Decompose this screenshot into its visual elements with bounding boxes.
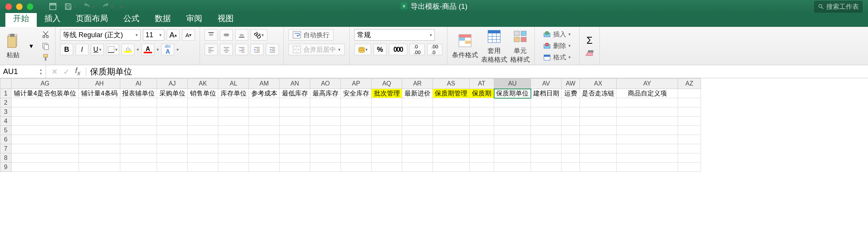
cut-icon[interactable] [41,30,51,39]
cell-AR9[interactable] [402,163,433,172]
cell-AM7[interactable] [249,144,280,153]
cell-AK3[interactable] [188,107,218,117]
cell-AU3[interactable] [494,107,531,117]
cell-styles-button[interactable]: 单元 格样式 [510,28,530,64]
cell-AX4[interactable] [580,117,617,126]
column-header-AN[interactable]: AN [280,78,310,89]
select-all-corner[interactable] [0,78,11,89]
cell-AV4[interactable] [531,117,562,126]
cell-AQ8[interactable] [372,153,402,163]
column-header-AP[interactable]: AP [341,78,372,89]
cell-AX1[interactable]: 是否走冻链 [580,89,617,98]
cell-AK7[interactable] [188,144,218,153]
cell-AY6[interactable] [617,135,678,144]
cell-AO7[interactable] [310,144,341,153]
font-name-select[interactable]: 等线 Regular (正文)▾ [60,29,141,41]
cell-AR8[interactable] [402,153,433,163]
row-header-4[interactable]: 4 [0,117,11,126]
cell-AT6[interactable] [470,135,494,144]
save-icon[interactable]: ▾ [64,2,76,11]
cell-AZ3[interactable] [678,107,701,117]
cell-AU6[interactable] [494,135,531,144]
cell-AV2[interactable] [531,98,562,107]
paste-button[interactable]: 粘贴 [5,32,21,59]
cell-AM6[interactable] [249,135,280,144]
cell-AG6[interactable] [11,135,79,144]
cell-AX7[interactable] [580,144,617,153]
cell-AY9[interactable] [617,163,678,172]
align-right-icon[interactable] [235,44,248,55]
conditional-format-button[interactable]: 条件格式 [452,32,478,59]
cell-AL2[interactable] [218,98,249,107]
cell-AN5[interactable] [280,126,310,135]
cell-AM3[interactable] [249,107,280,117]
cell-AL3[interactable] [218,107,249,117]
column-header-AL[interactable]: AL [218,78,249,89]
cell-AU5[interactable] [494,126,531,135]
cell-AG3[interactable] [11,107,79,117]
italic-button[interactable]: I [75,44,88,55]
formula-input[interactable]: 保质期单位 [86,66,868,77]
cell-AM8[interactable] [249,153,280,163]
clear-icon[interactable] [584,49,595,57]
cell-AN2[interactable] [280,98,310,107]
copy-icon[interactable] [41,42,51,50]
currency-icon[interactable]: ▾ [354,44,371,55]
phonetic-button[interactable]: abcA [161,44,174,55]
insert-cells-button[interactable]: 插入▾ [539,29,575,39]
format-painter-icon[interactable] [41,53,51,62]
cell-AO4[interactable] [310,117,341,126]
cell-AT7[interactable] [470,144,494,153]
cell-AO1[interactable]: 最高库存 [310,89,341,98]
cell-AM1[interactable]: 参考成本 [249,89,280,98]
confirm-formula-icon[interactable]: ✓ [63,67,70,76]
cell-AJ5[interactable] [157,126,188,135]
qat-customize-icon[interactable]: ▾ [120,3,123,10]
cell-AJ1[interactable]: 采购单位 [157,89,188,98]
cell-AH9[interactable] [79,163,120,172]
cell-AN6[interactable] [280,135,310,144]
cell-AR5[interactable] [402,126,433,135]
cell-AW3[interactable] [562,107,580,117]
phonetic-dropdown[interactable]: ▾ [177,47,179,52]
cell-AR3[interactable] [402,107,433,117]
comma-icon[interactable]: 000 [389,44,407,55]
cell-AY2[interactable] [617,98,678,107]
column-header-AY[interactable]: AY [617,78,678,89]
cell-AV7[interactable] [531,144,562,153]
undo-icon[interactable]: ▾ [83,2,95,11]
cell-AP7[interactable] [341,144,372,153]
cell-AM2[interactable] [249,98,280,107]
fx-icon[interactable]: fx [75,66,80,77]
cell-AQ2[interactable] [372,98,402,107]
cell-AQ7[interactable] [372,144,402,153]
cell-AY3[interactable] [617,107,678,117]
cell-AG2[interactable] [11,98,79,107]
cell-AU8[interactable] [494,153,531,163]
cell-AG9[interactable] [11,163,79,172]
cell-AK2[interactable] [188,98,218,107]
cell-AJ7[interactable] [157,144,188,153]
cell-AO8[interactable] [310,153,341,163]
align-bottom-icon[interactable] [235,29,248,41]
cell-AP8[interactable] [341,153,372,163]
cell-AZ9[interactable] [678,163,701,172]
cell-AI2[interactable] [120,98,157,107]
row-header-7[interactable]: 7 [0,144,11,153]
cell-AZ6[interactable] [678,135,701,144]
cell-AP1[interactable]: 安全库存 [341,89,372,98]
column-header-AJ[interactable]: AJ [157,78,188,89]
cell-AJ9[interactable] [157,163,188,172]
cell-AX3[interactable] [580,107,617,117]
cell-AK8[interactable] [188,153,218,163]
cell-AJ3[interactable] [157,107,188,117]
cell-AS7[interactable] [433,144,470,153]
bold-button[interactable]: B [60,44,73,55]
minimize-window-button[interactable] [16,3,23,10]
column-header-AI[interactable]: AI [120,78,157,89]
cell-AX2[interactable] [580,98,617,107]
cell-AH1[interactable]: 辅计量4条码 [79,89,120,98]
cell-AH4[interactable] [79,117,120,126]
cell-AI3[interactable] [120,107,157,117]
cell-AQ5[interactable] [372,126,402,135]
